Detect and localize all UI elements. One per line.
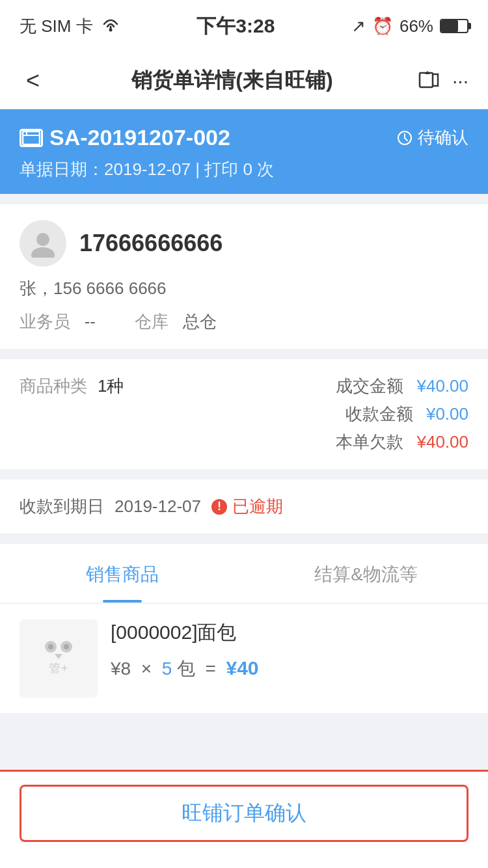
owed-label: 本单欠款 bbox=[336, 431, 403, 454]
nav-actions: ··· bbox=[418, 68, 468, 93]
status-bar: 无 SIM 卡 下午3:28 ↗ ⏰ 66% bbox=[0, 0, 488, 52]
order-id: SA-20191207-002 bbox=[20, 125, 230, 150]
owed-amount: 本单欠款 ¥40.00 bbox=[336, 431, 468, 454]
stats-row: 商品种类 1种 成交金额 ¥40.00 收款金额 ¥0.00 本单欠款 ¥40.… bbox=[20, 375, 468, 454]
deal-amount: 成交金额 ¥40.00 bbox=[336, 375, 468, 398]
alarm-icon: ⏰ bbox=[372, 16, 393, 36]
amounts: 成交金额 ¥40.00 收款金额 ¥0.00 本单欠款 ¥40.00 bbox=[336, 375, 468, 454]
tabs-row: 销售商品 结算&物流等 bbox=[0, 544, 488, 604]
battery-text: 66% bbox=[400, 16, 433, 36]
carrier-text: 无 SIM 卡 bbox=[20, 15, 93, 38]
product-info: [0000002]面包 ¥8 × 5 包 = ¥40 bbox=[111, 619, 468, 681]
svg-point-4 bbox=[36, 233, 49, 246]
status-time: 下午3:28 bbox=[197, 13, 275, 40]
confirm-button-wrap: 旺铺订单确认 bbox=[0, 770, 488, 868]
received-amount: 收款金额 ¥0.00 bbox=[346, 403, 468, 426]
battery-icon bbox=[440, 19, 468, 33]
product-type: 商品种类 1种 bbox=[20, 375, 124, 398]
status-right: ↗ ⏰ 66% bbox=[351, 16, 468, 36]
salesperson-label: 业务员 bbox=[20, 312, 70, 331]
warehouse-value: 总仓 bbox=[183, 312, 217, 331]
customer-meta: 业务员 -- 仓库 总仓 bbox=[20, 310, 468, 333]
product-type-label: 商品种类 bbox=[20, 375, 87, 398]
share-icon[interactable] bbox=[418, 68, 439, 93]
overdue-text: 已逾期 bbox=[232, 495, 283, 518]
owl-eye-left bbox=[45, 641, 57, 653]
product-price: ¥8 × 5 包 = ¥40 bbox=[111, 657, 468, 681]
order-header: SA-20191207-002 待确认 单据日期：2019-12-07 | 打印… bbox=[0, 109, 488, 194]
warehouse-label: 仓库 bbox=[135, 312, 169, 331]
status-left: 无 SIM 卡 bbox=[20, 15, 120, 38]
tab-settlement[interactable]: 结算&物流等 bbox=[244, 544, 488, 603]
due-date: 2019-12-07 bbox=[115, 496, 201, 517]
product-section: 管+ [0000002]面包 ¥8 × 5 包 = ¥40 bbox=[0, 604, 488, 713]
received-label: 收款金额 bbox=[346, 403, 413, 426]
order-id-row: SA-20191207-002 待确认 bbox=[20, 125, 468, 150]
avatar bbox=[20, 220, 66, 267]
svg-point-5 bbox=[31, 247, 55, 258]
salesperson-value: -- bbox=[85, 312, 96, 331]
order-date: 单据日期：2019-12-07 | 打印 0 次 bbox=[20, 158, 468, 181]
customer-section: 17666666666 张，156 6666 6666 业务员 -- 仓库 总仓 bbox=[0, 204, 488, 349]
svg-rect-2 bbox=[23, 131, 40, 144]
deal-amount-label: 成交金额 bbox=[336, 375, 403, 398]
product-image: 管+ bbox=[20, 619, 98, 698]
more-icon[interactable]: ··· bbox=[452, 70, 468, 92]
tab-underline bbox=[103, 600, 142, 603]
deal-amount-value: ¥40.00 bbox=[416, 376, 468, 396]
owl-eye-right bbox=[61, 641, 72, 653]
confirm-order-button[interactable]: 旺铺订单确认 bbox=[20, 785, 468, 842]
order-status: 待确认 bbox=[397, 126, 468, 149]
tab-sales-products[interactable]: 销售商品 bbox=[0, 544, 244, 603]
product-name: [0000002]面包 bbox=[111, 619, 468, 646]
received-value: ¥0.00 bbox=[426, 404, 468, 424]
order-icon bbox=[20, 129, 43, 147]
product-item: 管+ [0000002]面包 ¥8 × 5 包 = ¥40 bbox=[20, 619, 468, 698]
product-logo: 管+ bbox=[45, 641, 72, 676]
nav-bar: < 销货单详情(来自旺铺) ··· bbox=[0, 52, 488, 109]
page-title: 销货单详情(来自旺铺) bbox=[131, 66, 332, 95]
due-label: 收款到期日 bbox=[20, 495, 104, 518]
customer-name: 张，156 6666 6666 bbox=[20, 277, 468, 300]
owl-text: 管+ bbox=[49, 660, 69, 676]
stats-section: 商品种类 1种 成交金额 ¥40.00 收款金额 ¥0.00 本单欠款 ¥40.… bbox=[0, 359, 488, 469]
overdue-dot-icon: ! bbox=[211, 499, 227, 515]
owed-value: ¥40.00 bbox=[416, 432, 468, 452]
tabs-section: 销售商品 结算&物流等 bbox=[0, 544, 488, 604]
overdue-badge: ! 已逾期 bbox=[211, 495, 283, 518]
customer-phone: 17666666666 bbox=[79, 230, 223, 257]
product-total: ¥40 bbox=[226, 657, 258, 679]
back-button[interactable]: < bbox=[20, 61, 46, 101]
location-icon: ↗ bbox=[351, 16, 366, 36]
owl-beak-icon bbox=[55, 654, 62, 659]
product-type-value: 1种 bbox=[98, 375, 124, 398]
product-qty: 5 bbox=[162, 658, 172, 679]
wifi-icon bbox=[101, 16, 120, 36]
due-section: 收款到期日 2019-12-07 ! 已逾期 bbox=[0, 480, 488, 534]
svg-point-0 bbox=[109, 28, 112, 31]
svg-rect-1 bbox=[420, 73, 433, 87]
customer-row: 17666666666 bbox=[20, 220, 468, 267]
owl-eyes bbox=[45, 641, 72, 653]
